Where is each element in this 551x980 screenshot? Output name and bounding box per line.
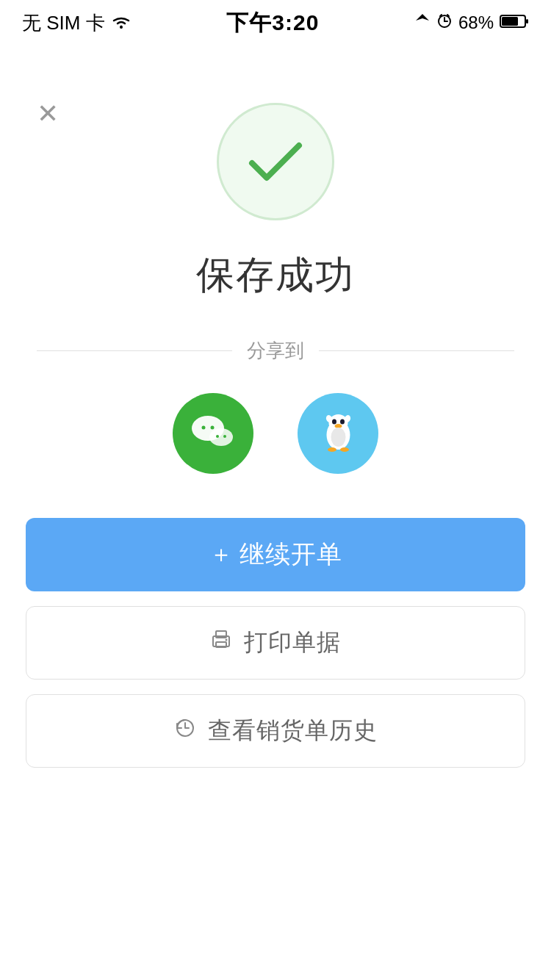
divider-left [37,350,232,351]
share-icons-row [173,393,378,474]
share-section: 分享到 [0,338,551,474]
history-button[interactable]: 查看销货单历史 [26,694,525,768]
svg-point-10 [211,426,215,430]
sim-text: 无 SIM 卡 [22,10,105,36]
svg-point-15 [332,419,336,424]
close-button[interactable]: ✕ [29,96,66,132]
wifi-icon [111,12,132,35]
print-label: 打印单据 [244,627,341,659]
svg-rect-6 [526,19,528,24]
svg-point-20 [331,428,345,447]
checkmark-icon [246,140,305,184]
svg-point-0 [120,26,123,29]
battery-icon [500,12,529,33]
history-label: 查看销货单历史 [208,715,378,747]
share-divider-row: 分享到 [37,338,514,364]
svg-point-11 [216,435,219,438]
status-left: 无 SIM 卡 [22,10,132,36]
svg-point-12 [223,435,226,438]
share-label: 分享到 [247,338,304,364]
svg-rect-5 [502,17,518,26]
close-icon: ✕ [37,101,59,127]
svg-point-9 [202,426,206,430]
print-button[interactable]: 打印单据 [26,606,525,680]
success-title: 保存成功 [196,250,355,301]
svg-point-8 [209,428,233,446]
qq-share-button[interactable] [298,393,378,474]
status-right: 68% [414,12,529,33]
main-content: ✕ 保存成功 分享到 [0,44,551,980]
divider-right [319,350,514,351]
print-icon [210,629,232,657]
wechat-share-button[interactable] [173,393,253,474]
wechat-icon [187,408,239,459]
location-icon [414,12,431,33]
svg-point-19 [340,447,349,452]
alarm-icon [436,12,453,33]
battery-text: 68% [458,12,494,33]
status-time: 下午3:20 [226,8,319,38]
svg-point-26 [226,639,228,641]
success-circle [217,103,334,220]
svg-point-16 [340,419,345,424]
buttons-section: ＋ 继续开单 打印单据 [26,518,525,768]
qq-icon [314,410,362,458]
plus-icon: ＋ [209,538,234,571]
continue-label: 继续开单 [240,538,342,572]
continue-button[interactable]: ＋ 继续开单 [26,518,525,591]
svg-point-18 [328,447,336,452]
status-bar: 无 SIM 卡 下午3:20 68% [0,0,551,44]
history-icon [174,717,196,745]
